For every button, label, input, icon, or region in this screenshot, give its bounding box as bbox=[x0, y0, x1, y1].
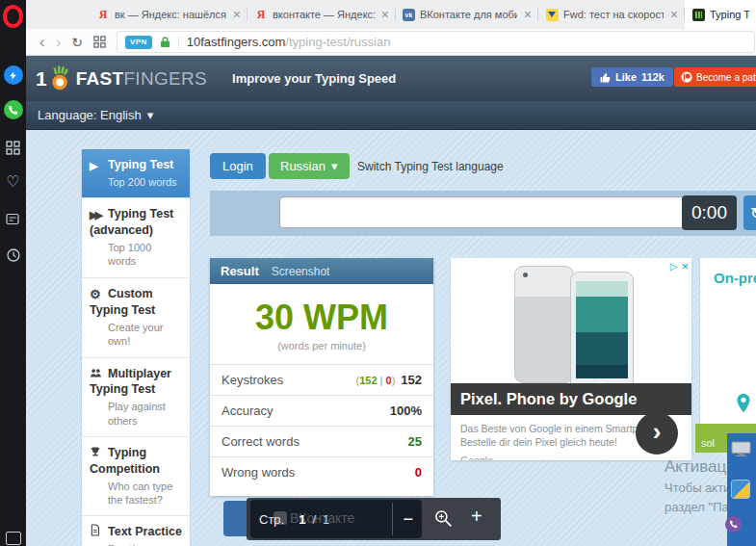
thumbs-up-icon bbox=[600, 72, 611, 83]
patreon-label: Become a patron bbox=[696, 72, 756, 83]
speed-dial-icon[interactable] bbox=[0, 141, 26, 155]
mail-favicon bbox=[546, 9, 559, 21]
sidebar-item-typing-test[interactable]: ▶Typing Test Top 200 words bbox=[82, 149, 190, 198]
tab-title: Typing Test Russian bbox=[710, 9, 749, 20]
back-icon[interactable]: ‹ bbox=[39, 34, 45, 50]
nav-subtitle: Play against others bbox=[108, 400, 182, 428]
page-total: 1 bbox=[323, 512, 329, 527]
table-row-wrong-words: Wrong words 0 bbox=[210, 456, 433, 487]
browser-tab[interactable]: vk ВКонтакте для мобильны × bbox=[396, 0, 538, 29]
close-icon[interactable]: × bbox=[522, 8, 532, 21]
close-icon[interactable]: × bbox=[231, 8, 241, 21]
tab-tiles-icon[interactable] bbox=[93, 36, 106, 48]
messenger-icon[interactable] bbox=[0, 65, 26, 85]
yandex-favicon: Я bbox=[254, 8, 268, 21]
monitor-icon[interactable] bbox=[731, 441, 751, 461]
opera-logo-icon[interactable] bbox=[0, 5, 26, 28]
users-icon bbox=[90, 368, 103, 382]
table-row-correct-words: Correct words 25 bbox=[210, 426, 433, 456]
logo-fingers: FINGERS bbox=[123, 68, 207, 89]
sidebar-item-typing-test-advanced[interactable]: ▶▶Typing Test (advanced) Top 1000 words bbox=[82, 198, 190, 277]
browser-tab[interactable]: Я вконтакте — Яндекс: наш × bbox=[248, 0, 396, 29]
nav-subtitle: Create your own! bbox=[108, 321, 182, 349]
page-number-box: ВКонтакте Стр. 1 / 1 − bbox=[250, 500, 422, 538]
browser-tab[interactable]: Я вк — Яндекс: нашёлся 31 × bbox=[90, 0, 248, 29]
whatsapp-icon[interactable] bbox=[0, 100, 26, 119]
timer-value: 0:00 bbox=[691, 202, 727, 223]
keystrokes-total: 152 bbox=[401, 373, 422, 387]
url-field[interactable]: VPN 10fastfingers.com/typing-test/russia… bbox=[117, 31, 755, 53]
language-select-button[interactable]: Russian ▾ bbox=[269, 153, 350, 179]
zoom-in-magnifier-icon[interactable] bbox=[433, 508, 454, 533]
keystrokes-paren: ) bbox=[392, 375, 396, 386]
site-header: 1 FASTFINGERS Improve your Typing Speed … bbox=[26, 56, 756, 101]
gears-icon: ⚙ bbox=[90, 286, 103, 303]
tab-result[interactable]: Result bbox=[221, 264, 259, 278]
typing-input[interactable] bbox=[279, 196, 686, 228]
address-bar: ‹ › ↻ VPN 10fastfingers.com/typing-test/… bbox=[26, 29, 756, 56]
language-bar[interactable]: Language: English ▾ bbox=[26, 101, 756, 130]
browser-tab-active[interactable]: Typing Test Russian bbox=[685, 0, 756, 29]
nav-subtitle: Practice your own Text bbox=[108, 542, 182, 546]
logo-fast: FAST bbox=[76, 68, 124, 89]
page-current-input[interactable]: 1 bbox=[299, 512, 305, 527]
nav-subtitle: Top 1000 words bbox=[108, 241, 182, 269]
login-button[interactable]: Login bbox=[210, 153, 266, 179]
ad-next-arrow-button[interactable]: › bbox=[636, 412, 678, 455]
tab-title: Fwd: тест на скорость пе bbox=[563, 9, 664, 20]
right-ad-title: On-pre bbox=[700, 258, 756, 286]
tab-bar: Я вк — Яндекс: нашёлся 31 × Я вконтакте … bbox=[26, 0, 756, 29]
right-ad-panel[interactable]: On-pre bbox=[700, 258, 756, 424]
correct-words-value: 25 bbox=[408, 434, 422, 449]
trophy-icon bbox=[90, 446, 103, 461]
close-icon[interactable]: × bbox=[379, 8, 389, 21]
vpn-badge[interactable]: VPN bbox=[125, 36, 152, 49]
language-select-label: Russian bbox=[280, 159, 326, 173]
sidebar-item-custom-typing-test[interactable]: ⚙Custom Typing Test Create your own! bbox=[82, 278, 190, 358]
address-separator bbox=[178, 36, 179, 49]
url-text: 10fastfingers.com/typing-test/russian bbox=[187, 35, 391, 49]
windows-watermark-line: Чтобы акти bbox=[665, 481, 730, 495]
green-strip-text: sol bbox=[701, 437, 715, 449]
tab-title: вк — Яндекс: нашёлся 31 bbox=[115, 9, 226, 20]
accuracy-value: 100% bbox=[390, 403, 422, 418]
zoom-out-button[interactable]: − bbox=[393, 509, 413, 530]
result-card-header: Result Screenshot bbox=[210, 258, 433, 284]
restart-test-button[interactable]: ↻ bbox=[743, 195, 756, 230]
chevron-down-icon: ▾ bbox=[147, 108, 154, 122]
sidebar-item-typing-competition[interactable]: Typing Competition Who can type the fast… bbox=[82, 437, 190, 516]
zoom-in-button[interactable]: + bbox=[471, 506, 482, 528]
reload-icon[interactable]: ↻ bbox=[71, 36, 83, 49]
ad-banner[interactable]: ▷ × Pixel. Phone by Google Das Beste von… bbox=[451, 258, 691, 460]
news-feed-icon[interactable] bbox=[0, 213, 26, 226]
correct-words-label: Correct words bbox=[222, 434, 300, 449]
patreon-button[interactable]: Become a patron bbox=[674, 67, 756, 87]
forward-icon[interactable]: › bbox=[56, 34, 62, 50]
like-label: Like bbox=[615, 71, 637, 83]
app-shortcut-icon[interactable] bbox=[731, 480, 750, 499]
tab-screenshot[interactable]: Screenshot bbox=[272, 265, 330, 278]
patreon-icon bbox=[681, 71, 692, 83]
sidebar-item-multiplayer[interactable]: Multiplayer Typing Test Play against oth… bbox=[82, 358, 190, 437]
browser-tab[interactable]: Fwd: тест на скорость пе × bbox=[538, 0, 685, 29]
tenfastfingers-logo[interactable]: 1 FASTFINGERS bbox=[36, 65, 207, 93]
result-card: Result Screenshot 30 WPM (words per minu… bbox=[210, 258, 433, 496]
nav-title-text: Typing Test bbox=[108, 158, 173, 171]
vk-favicon: vk bbox=[403, 9, 415, 21]
bookmarks-heart-icon[interactable]: ♡ bbox=[0, 174, 26, 190]
viber-icon[interactable] bbox=[725, 516, 742, 533]
history-clock-icon[interactable] bbox=[0, 247, 26, 263]
login-label: Login bbox=[222, 159, 253, 173]
sidebar-item-text-practice[interactable]: Text Practice Practice your own Text bbox=[82, 516, 190, 546]
page-label: Стр. bbox=[259, 512, 284, 527]
table-row-accuracy: Accuracy 100% bbox=[210, 395, 433, 426]
page-content: ▶Typing Test Top 200 words ▶▶Typing Test… bbox=[26, 130, 756, 546]
pixel-phone-back-image bbox=[514, 266, 574, 383]
rail-bottom-icon[interactable] bbox=[0, 532, 26, 545]
keystrokes-correct: 152 bbox=[359, 375, 377, 386]
ad-close-icon[interactable]: × bbox=[681, 260, 689, 273]
facebook-like-button[interactable]: Like 112k bbox=[591, 67, 673, 87]
close-icon[interactable]: × bbox=[668, 8, 678, 21]
adchoices-icon[interactable]: ▷ bbox=[670, 262, 678, 272]
pixel-phone-front-image bbox=[570, 272, 634, 391]
